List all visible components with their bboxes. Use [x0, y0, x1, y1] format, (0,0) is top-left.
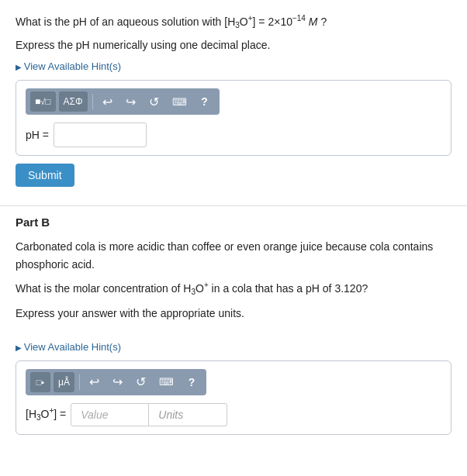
- part-a-section: What is the pH of an aqueous solution wi…: [16, 12, 451, 199]
- toolbar-b: □▪ μÅ ↩ ↪ ↺ ⌨ ?: [26, 369, 206, 395]
- part-b-section: Part B Carbonated cola is more acidic th…: [16, 216, 451, 434]
- answer-row-b: [H3O+] = Value Units: [26, 403, 441, 426]
- units-symbols-btn-b[interactable]: μÅ: [54, 372, 74, 392]
- hint-link-a[interactable]: View Available Hint(s): [16, 60, 121, 72]
- answer-label-b: [H3O+] =: [26, 406, 66, 422]
- greek-symbols-btn-a[interactable]: ΑΣΦ: [59, 91, 88, 112]
- math-template-icon: ■√□: [35, 96, 51, 107]
- part-b-label: Part B: [16, 216, 451, 229]
- toolbar-a: ■√□ ΑΣΦ ↩ ↪ ↺ ⌨ ?: [26, 88, 220, 115]
- input-box-a: ■√□ ΑΣΦ ↩ ↪ ↺ ⌨ ? pH =: [16, 80, 451, 156]
- math-template-btn-a[interactable]: ■√□: [30, 91, 56, 112]
- part-b-text2: What is the molar concentration of H3O+ …: [16, 279, 451, 298]
- instruction-a: Express the pH numerically using one dec…: [16, 37, 451, 53]
- help-btn-b[interactable]: ?: [182, 372, 202, 392]
- keyboard-btn-a[interactable]: ⌨: [168, 91, 192, 112]
- ph-input[interactable]: [54, 122, 147, 147]
- units-placeholder: Units: [158, 409, 183, 421]
- hint-link-b[interactable]: View Available Hint(s): [16, 341, 121, 353]
- keyboard-btn-b[interactable]: ⌨: [154, 372, 178, 392]
- units-cell[interactable]: Units: [149, 404, 227, 426]
- separator-b1: [79, 374, 80, 390]
- submit-btn-a[interactable]: Submit: [16, 164, 74, 187]
- undo-btn-b[interactable]: ↩: [85, 372, 105, 392]
- part-b-text1: Carbonated cola is more acidic than coff…: [16, 238, 451, 273]
- instruction-b: Express your answer with the appropriate…: [16, 305, 451, 322]
- answer-label-a: pH =: [26, 129, 49, 141]
- input-box-b: □▪ μÅ ↩ ↪ ↺ ⌨ ? [H3O+] = Value Units: [16, 360, 451, 435]
- grid-icon: □▪: [36, 378, 45, 387]
- redo-btn-a[interactable]: ↪: [121, 91, 141, 112]
- help-btn-a[interactable]: ?: [195, 91, 215, 112]
- question-text-a: What is the pH of an aqueous solution wi…: [16, 12, 451, 31]
- redo-btn-b[interactable]: ↪: [108, 372, 128, 392]
- value-placeholder: Value: [81, 409, 108, 421]
- value-units-input: Value Units: [71, 403, 227, 426]
- undo-btn-a[interactable]: ↩: [98, 91, 118, 112]
- separator-1: [92, 94, 93, 109]
- section-divider: [0, 205, 467, 206]
- refresh-btn-b[interactable]: ↺: [131, 372, 151, 392]
- math-template-btn-b[interactable]: □▪: [30, 372, 50, 392]
- answer-row-a: pH =: [26, 122, 441, 147]
- value-cell[interactable]: Value: [71, 404, 149, 426]
- refresh-btn-a[interactable]: ↺: [144, 91, 164, 112]
